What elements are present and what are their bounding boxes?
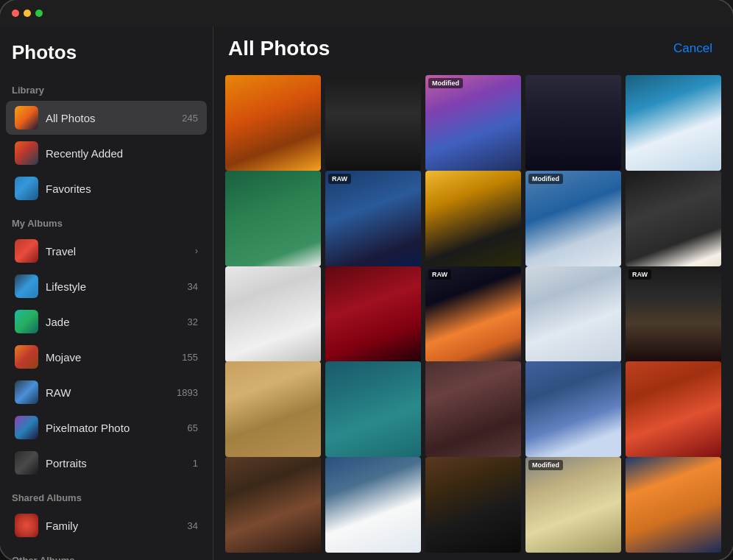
thumb-pixelmator-photo xyxy=(15,416,38,439)
sidebar-item-jade[interactable]: Jade 32 xyxy=(6,305,207,339)
thumb-raw xyxy=(15,380,38,404)
sidebar-label-favorites: Favorites xyxy=(46,182,198,195)
photo-cell[interactable]: RAW xyxy=(626,266,721,362)
thumb-lifestyle xyxy=(15,274,38,298)
section-header-shared-albums: Shared Albums xyxy=(0,481,213,508)
sidebar-label-jade: Jade xyxy=(46,316,188,328)
sidebar-label-mojave: Mojave xyxy=(46,351,182,364)
sidebar-item-travel[interactable]: Travel › xyxy=(6,234,207,268)
sidebar-label-raw: RAW xyxy=(46,386,177,399)
maximize-button[interactable] xyxy=(35,10,43,17)
photo-cell[interactable] xyxy=(626,75,721,171)
photo-cell[interactable] xyxy=(325,266,421,362)
sidebar-count-portraits: 1 xyxy=(193,458,198,469)
sidebar: Photos Library All Photos 245 Recently A… xyxy=(0,26,213,560)
photo-cell[interactable]: Modified xyxy=(525,171,621,266)
section-header-library: Library xyxy=(0,73,213,100)
photo-grid: Modified RAW Modified RAW xyxy=(213,69,733,560)
photo-badge-raw: RAW xyxy=(328,174,351,184)
photo-cell[interactable] xyxy=(525,266,621,362)
section-header-my-albums: My Albums xyxy=(0,206,213,233)
sidebar-count-pixelmator-photo: 65 xyxy=(188,422,198,433)
thumb-portraits xyxy=(15,451,38,475)
sidebar-item-raw[interactable]: RAW 1893 xyxy=(6,375,207,409)
section-header-other-albums: Other Albums xyxy=(0,543,213,560)
sidebar-label-travel: Travel xyxy=(46,245,195,258)
main-title: All Photos xyxy=(228,37,330,60)
thumb-recently-added xyxy=(15,141,38,165)
thumb-travel xyxy=(15,239,38,263)
thumb-favorites xyxy=(15,177,38,200)
sidebar-item-favorites[interactable]: Favorites xyxy=(6,171,207,205)
sidebar-label-family: Family xyxy=(46,520,188,532)
photo-cell[interactable] xyxy=(425,361,521,457)
photo-cell[interactable] xyxy=(325,75,421,171)
photo-cell[interactable] xyxy=(325,457,421,553)
photo-cell[interactable]: Modified xyxy=(525,457,621,553)
sidebar-item-lifestyle[interactable]: Lifestyle 34 xyxy=(6,269,207,303)
device-frame: Photos Library All Photos 245 Recently A… xyxy=(0,0,733,560)
photo-cell[interactable] xyxy=(626,361,721,457)
sidebar-label-lifestyle: Lifestyle xyxy=(46,280,188,293)
main-content: All Photos Cancel Modified RAW xyxy=(213,26,733,560)
sidebar-count-lifestyle: 34 xyxy=(188,281,198,292)
thumb-mojave xyxy=(15,345,38,369)
sidebar-item-family[interactable]: Family 34 xyxy=(6,508,207,542)
chevron-right-icon: › xyxy=(195,246,198,256)
photo-badge-modified: Modified xyxy=(528,174,563,184)
sidebar-count-all-photos: 245 xyxy=(182,113,198,124)
photo-cell[interactable] xyxy=(425,457,521,553)
sidebar-label-recently-added: Recently Added xyxy=(46,147,198,160)
sidebar-count-raw: 1893 xyxy=(177,387,198,398)
cancel-button[interactable]: Cancel xyxy=(668,38,718,59)
sidebar-label-all-photos: All Photos xyxy=(46,112,182,124)
sidebar-item-recently-added[interactable]: Recently Added xyxy=(6,136,207,170)
sidebar-item-portraits[interactable]: Portraits 1 xyxy=(6,446,207,480)
top-bar xyxy=(0,0,733,26)
photo-cell[interactable] xyxy=(225,171,321,266)
photo-cell[interactable] xyxy=(626,457,721,553)
photo-cell[interactable] xyxy=(525,75,621,171)
window-controls xyxy=(12,10,43,17)
photo-cell[interactable]: RAW xyxy=(325,171,421,266)
sidebar-item-pixelmator-photo[interactable]: Pixelmator Photo 65 xyxy=(6,411,207,444)
sidebar-item-all-photos[interactable]: All Photos 245 xyxy=(6,101,207,135)
photo-badge-modified: Modified xyxy=(428,78,463,88)
photo-cell[interactable] xyxy=(225,75,321,171)
photo-cell[interactable] xyxy=(525,361,621,457)
photo-cell[interactable]: RAW xyxy=(425,266,521,362)
photo-cell[interactable] xyxy=(626,171,721,266)
sidebar-count-jade: 32 xyxy=(188,316,198,327)
close-button[interactable] xyxy=(12,10,19,17)
sidebar-item-mojave[interactable]: Mojave 155 xyxy=(6,340,207,374)
photo-cell[interactable] xyxy=(225,457,321,553)
photo-badge-raw: RAW xyxy=(628,269,651,280)
photo-cell[interactable] xyxy=(225,361,321,457)
photo-cell[interactable] xyxy=(225,266,321,362)
thumb-family xyxy=(15,514,38,537)
app-title: Photos xyxy=(0,26,213,73)
photo-badge-modified: Modified xyxy=(528,460,563,470)
thumb-jade xyxy=(15,310,38,333)
sidebar-label-portraits: Portraits xyxy=(46,457,193,469)
app-container: Photos Library All Photos 245 Recently A… xyxy=(0,26,733,560)
sidebar-count-family: 34 xyxy=(188,520,198,531)
sidebar-count-mojave: 155 xyxy=(182,352,198,363)
minimize-button[interactable] xyxy=(24,10,31,17)
photo-cell[interactable] xyxy=(425,171,521,266)
sidebar-label-pixelmator-photo: Pixelmator Photo xyxy=(46,422,188,434)
thumb-all-photos xyxy=(15,106,38,130)
photo-badge-raw: RAW xyxy=(428,269,451,280)
photo-cell[interactable] xyxy=(325,361,421,457)
photo-cell[interactable]: Modified xyxy=(425,75,521,171)
main-header: All Photos Cancel xyxy=(213,26,733,69)
